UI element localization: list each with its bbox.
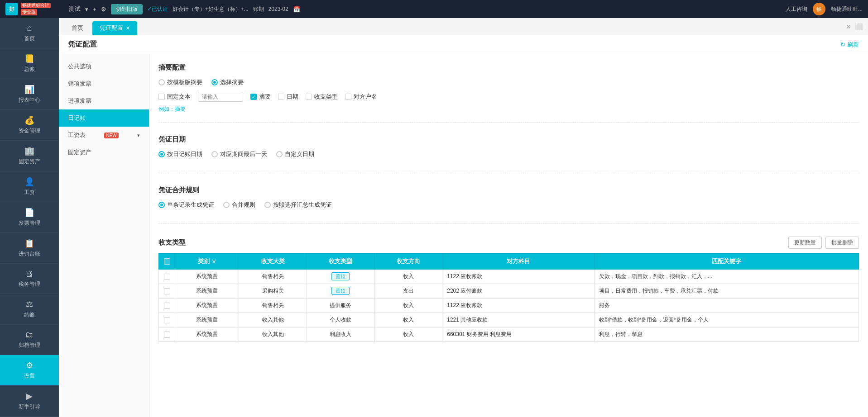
select-all-checkbox[interactable]	[164, 258, 170, 265]
example-text: 例如：摘要	[158, 105, 859, 113]
refresh-btn[interactable]: ↻ 刷新	[840, 41, 859, 49]
tab-voucher-config[interactable]: 凭证配置 ✕	[92, 21, 137, 35]
income-expense-table: 类别 ∨ 收支大类 收支类型 收支方向 对方科目 匹配关键字 系统预置 销售相关	[158, 253, 859, 342]
th-check[interactable]	[159, 254, 175, 270]
voucher-date-section: 凭证日期 按日记账日期 对应期间最后一天	[158, 135, 859, 173]
row-subject-1: 2202 应付账款	[442, 284, 595, 299]
row-check-2[interactable]	[159, 299, 175, 313]
switch-old-btn[interactable]: 切到旧版	[111, 4, 143, 14]
checkbox-row: 固定文本 ✓ 摘要 日期 收支类型	[158, 92, 859, 102]
row-check-1[interactable]	[159, 284, 175, 299]
batch-delete-btn[interactable]: 批量删除	[825, 237, 859, 249]
checkbox-summary[interactable]: ✓ 摘要	[250, 93, 271, 101]
tab-close-icon[interactable]: ✕	[126, 25, 130, 31]
checkbox-date[interactable]: 日期	[278, 93, 298, 101]
sidebar-item-tax[interactable]: 🖨 税务管理	[0, 264, 59, 294]
th-major: 收支大类	[239, 254, 307, 270]
th-subject: 对方科目	[442, 254, 595, 270]
row-check-4[interactable]	[159, 327, 175, 342]
period-value: 2023-02	[269, 6, 288, 12]
guide-icon: ▶	[26, 391, 33, 401]
row-direction-3: 收入	[374, 313, 442, 327]
radio-template[interactable]: 按模板版摘要	[158, 78, 202, 86]
expand-arrow: ▾	[137, 133, 140, 138]
checkbox-fixed-text[interactable]: 固定文本	[158, 93, 191, 101]
row-keyword-3: 收到*借款，收到*备用金，退回*备用金，个人	[594, 313, 858, 327]
row-type-3: 个人收款	[307, 313, 375, 327]
left-panel-item-fixed-assets[interactable]: 固定资产	[59, 144, 149, 161]
checkbox-box-type	[306, 94, 312, 100]
radio-period-last[interactable]: 对应期间最后一天	[211, 150, 267, 158]
topbar: 好 畅捷通好会计 专业版 测试 ▾ + ⚙ 切到旧版 ✓已认证 好会计（专）+好…	[0, 0, 868, 18]
radio-journal-date[interactable]: 按日记账日期	[158, 150, 202, 158]
row-type-2: 提供服务	[307, 299, 375, 313]
row-keyword-1: 项目，日常费用，报销款，车费，承兑汇票，付款	[594, 284, 858, 299]
fixed-text-input[interactable]	[198, 92, 243, 102]
radio-single[interactable]: 单条记录生成凭证	[158, 201, 214, 209]
row-category-1: 系统预置	[175, 284, 239, 299]
update-count-btn[interactable]: 更新数量	[788, 237, 822, 249]
sidebar-item-archive[interactable]: 🗂 归档管理	[0, 325, 59, 355]
left-panel-item-purchase-invoice[interactable]: 进项发票	[59, 92, 149, 109]
sidebar-item-assets[interactable]: 🏢 固定资产	[0, 141, 59, 171]
row-check-3[interactable]	[159, 313, 175, 327]
merge-rules-section: 凭证合并规则 单条记录生成凭证 合并规则	[158, 186, 859, 224]
left-panel-item-journal[interactable]: 日记账	[59, 109, 149, 127]
row-direction-4: 收入	[374, 327, 442, 342]
row-check-0[interactable]	[159, 270, 175, 284]
row-checkbox-1[interactable]	[164, 288, 170, 294]
calendar-icon[interactable]: 📅	[293, 6, 300, 13]
table-row: 系统预置 收入其他 利息收入 收入 660301 财务费用 利息费用 利息，行转…	[159, 327, 859, 342]
row-checkbox-4[interactable]	[164, 332, 170, 338]
summary-radio-group: 按模板版摘要 选择摘要	[158, 78, 859, 86]
window-max-btn[interactable]: ⬜	[855, 23, 863, 30]
sidebar-item-reports[interactable]: 📊 报表中心	[0, 79, 59, 110]
radio-dot-select	[213, 81, 216, 84]
sidebar-item-home[interactable]: ⌂ 首页	[0, 18, 59, 48]
radio-merge[interactable]: 合并规则	[223, 201, 255, 209]
row-checkbox-0[interactable]	[164, 274, 170, 280]
row-checkbox-2[interactable]	[164, 303, 170, 309]
sidebar-item-invoice[interactable]: 📄 发票管理	[0, 202, 59, 233]
checkbox-type[interactable]: 收支类型	[306, 93, 338, 101]
sidebar-item-purchase[interactable]: 📋 进销台账	[0, 233, 59, 264]
row-type-tag-0[interactable]: 置顶	[331, 272, 350, 280]
sidebar-item-funds[interactable]: 💰 资金管理	[0, 110, 59, 141]
sidebar-item-guide[interactable]: ▶ 新手引导	[0, 386, 59, 417]
new-badge: NEW	[104, 133, 118, 138]
row-direction-0: 收入	[374, 270, 442, 284]
th-keyword: 匹配关键字	[594, 254, 858, 270]
radio-selected-merge[interactable]: 按照选择汇总生成凭证	[264, 201, 332, 209]
window-close-btn[interactable]: ✕	[846, 23, 851, 30]
radio-select[interactable]: 选择摘要	[211, 78, 244, 86]
left-panel-item-payroll[interactable]: 工资表 NEW ▾	[59, 127, 149, 144]
checkbox-counterparty[interactable]: 对方户名	[345, 93, 377, 101]
checkbox-box-fixed	[158, 94, 165, 100]
row-type-0: 置顶	[307, 270, 375, 284]
sidebar-item-settings[interactable]: ⚙ 设置	[0, 355, 59, 386]
radio-circle-selected	[264, 202, 271, 208]
topbar-right: 人工咨询 畅 畅捷通旺旺...	[786, 3, 863, 15]
income-expense-title: 收支类型	[158, 238, 186, 247]
radio-dot-journal-date	[160, 153, 163, 156]
sidebar-item-salary[interactable]: 👤 工资	[0, 171, 59, 202]
company-arrow[interactable]: ▾	[85, 6, 88, 13]
left-panel-item-public[interactable]: 公共选项	[59, 58, 149, 75]
row-subject-4: 660301 财务费用 利息费用	[442, 327, 595, 342]
checkbox-box-counterparty	[345, 94, 351, 100]
sidebar-item-ledger[interactable]: 📒 总账	[0, 48, 59, 79]
add-button[interactable]: +	[93, 6, 96, 13]
left-panel-item-sales-invoice[interactable]: 销项发票	[59, 75, 149, 92]
row-type-tag-1[interactable]: 置顶	[331, 287, 350, 295]
sidebar-item-settle[interactable]: ⚖ 结账	[0, 294, 59, 325]
help-btn[interactable]: 人工咨询	[786, 5, 807, 13]
tags: 好会计（专）+好生意（标）+...	[173, 5, 249, 13]
settings-icon[interactable]: ⚙	[101, 6, 106, 13]
row-type-1: 置顶	[307, 284, 375, 299]
tab-home[interactable]: 首页	[64, 21, 91, 35]
row-checkbox-3[interactable]	[164, 317, 170, 323]
row-subject-2: 1122 应收账款	[442, 299, 595, 313]
funds-icon: 💰	[24, 115, 34, 125]
row-subject-0: 1122 应收账款	[442, 270, 595, 284]
radio-custom-date[interactable]: 自定义日期	[276, 150, 314, 158]
